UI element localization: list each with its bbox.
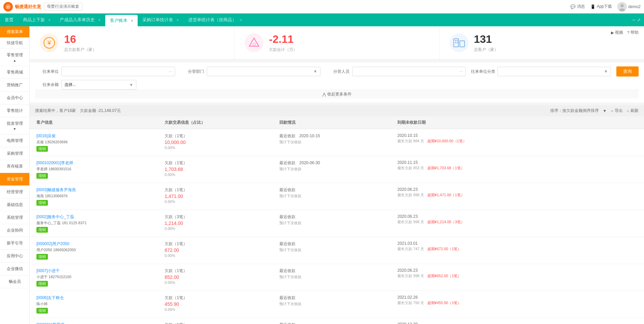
recovery-label-5: 最近收款 [279,268,395,274]
sidebar-item-purchase[interactable]: 采购管理 [0,147,29,160]
sidebar-item-retail-mgmt[interactable]: 零售管理 ▲ [0,49,29,66]
overdue-link-3[interactable]: 超期¥1,214.00（3笔） [427,220,465,224]
debt-amount-1: 1,703.68 [165,167,277,172]
sidebar-item-operations[interactable]: 经营管理 [0,186,29,199]
recovery-next-6: 预计下次收款 [279,301,395,306]
maximize-icon[interactable]: ⤢ [637,18,641,22]
video-action[interactable]: ▶ 视频 [611,30,623,35]
sidebar: 搜索菜单 快捷导航 零售管理 ▲ 零售商城 营销推广 会员中心 零售统计 批发管… [0,26,30,324]
sidebar-item-ecommerce[interactable]: 电商管理 [0,135,29,147]
company-selector[interactable]: 母婴行业演示账套 [44,3,82,10]
debt-label-6: 欠款（1笔） [165,295,277,301]
user-menu[interactable]: demo2 [617,2,641,11]
tab-production[interactable]: 产成品入库单历史 × [55,13,105,26]
refresh-button[interactable]: ○ 刷新 [627,108,639,114]
overdue-date-4: 2021.03.01 [397,241,637,246]
sidebar-item-marketing[interactable]: 营销推广 [0,79,29,92]
debt-label-3: 欠款（3笔） [165,214,277,220]
close-tab-customer[interactable]: × [131,19,133,23]
debt-amount-2: 1,471.00 [165,194,277,199]
export-button[interactable]: ○ 导出 [611,108,623,114]
logo-text: 畅捷通好生意 [15,4,41,10]
filter-select-balance[interactable]: 选择... ▼ [61,80,136,90]
debt-customer-count: 16 [64,33,224,46]
sidebar-item-inventory[interactable]: 库存核算 [0,160,29,173]
results-actions: 排序：按欠款金额倒序排序 ▼ ○ 导出 ○ 刷新 [550,108,639,114]
sidebar-item-wechat[interactable]: 企业微信 [0,263,29,275]
tab-home[interactable]: 首页 [0,13,18,26]
customer-name-4[interactable]: [000002]用户2050 [36,241,69,246]
overdue-link-5[interactable]: 超期¥652.00（1笔） [427,274,461,278]
sidebar-item-retail-stats[interactable]: 零售统计 [0,105,29,117]
debt-cell-2: 欠款（1笔） 1,471.00 0.00% [163,187,278,206]
overdue-link-4[interactable]: 超期¥672.00（1笔） [427,247,461,251]
sidebar-item-vip[interactable]: 畅会员 [0,275,29,288]
overdue-info-4: 最长欠款 747 天 超期¥672.00（1笔） [397,246,637,252]
overdue-info-3: 最长欠款 998 天 超期¥1,214.00（3笔） [397,219,637,225]
sidebar-item-collab[interactable]: 企业协同 [0,224,29,237]
ellipsis-icon: ··· [169,69,172,74]
overdue-link-1[interactable]: 超期¥1,703.68（1笔） [427,166,465,170]
filter-input-supplier[interactable]: ··· [61,67,175,76]
debt-label-4: 欠款（1笔） [165,241,277,247]
customer-name-2[interactable]: [0003]畅捷服务尹海燕 [36,187,76,192]
customer-name-7[interactable]: [000001]黄思源 [36,322,64,324]
customer-name-0[interactable]: [0016]吴俊 [36,134,56,138]
filter-select-dept[interactable]: ▼ [207,67,320,76]
sidebar-item-finance[interactable]: 资金管理 [0,173,29,186]
tab-products[interactable]: 商品上下架 × [18,13,55,26]
sidebar-item-basics[interactable]: 基础信息 [0,199,29,211]
overdue-link-6[interactable]: 超期¥455.90（1笔） [427,301,461,305]
filter-input-person[interactable]: ··· [352,67,466,76]
filter-row-1: 往来单位 ··· 分管部门 ▼ 分管人员 [35,66,639,77]
close-tab-products[interactable]: × [48,18,50,22]
customer-name-6[interactable]: [0006]去下粮仓 [36,295,64,300]
sidebar-item-wholesale-mgmt[interactable]: 批发管理 ▼ [0,117,29,135]
overdue-cell-3: 2020.06.23 最长欠款 998 天 超期¥1,214.00（3笔） [396,214,639,233]
sidebar-item-member[interactable]: 会员中心 [0,92,29,105]
overdue-cell-7: 2020.12.30 最长欠款 808 天 超期¥429.00（1笔） [396,322,639,324]
customer-cell-1: [0001020001]李老师 李老师 18600391516 现销 [35,160,163,179]
svg-rect-12 [457,40,458,41]
app-download-button[interactable]: 📱 App下载 [590,4,612,9]
help-action[interactable]: ? 帮助 [627,30,639,35]
sidebar-item-guide[interactable]: 新手引导 [0,237,29,250]
close-tab-inbound[interactable]: × [240,18,242,22]
customer-name-3[interactable]: [0002]服务中心_丁磊 [36,214,74,219]
sidebar-item-apps[interactable]: 应用中心 [0,250,29,263]
message-button[interactable]: 💬 消息 [570,4,585,9]
recovery-next-5: 预计下次收款 [279,274,395,279]
close-tab-production[interactable]: × [98,18,100,22]
recovery-label-4: 最近收款 [279,241,395,247]
customer-name-5[interactable]: [0007]小进干 [36,268,60,273]
table-row: [000001]黄思源 黄思源 13552700226 现销 欠款（1笔） 42… [30,318,644,324]
filter-row-2: 往来余额 选择... ▼ [35,80,639,90]
debt-percent-1: 0.00% [165,173,277,177]
debt-amount-6: 455.90 [165,301,277,307]
sidebar-search[interactable]: 搜索菜单 [0,26,29,37]
col-header-recovery: 回款情况 [278,120,396,125]
debt-percent-4: 0.00% [165,254,277,258]
overdue-link-2[interactable]: 超期¥1,471.00（1笔） [427,193,465,197]
tab-inbound[interactable]: 进货单统计表（按商品） × [184,13,247,26]
minimize-icon[interactable]: ─ [632,18,635,22]
overdue-link-0[interactable]: 超期¥10,000.00（1笔） [427,139,467,143]
debt-cell-0: 欠款（1笔） 10,000.00 0.00% [163,133,278,152]
video-icon: ▶ [611,30,614,35]
tab-customer-account[interactable]: 客户账本 × [105,15,138,26]
svg-text:◇: ◇ [252,41,256,47]
filter-select-category[interactable]: ▼ [497,67,611,76]
sidebar-quick-nav[interactable]: 快捷导航 [0,37,29,49]
content-panel: ¥ 16 总欠款客户（家） ◇ -2.11 欠款合计（万） [30,26,644,324]
tab-purchase[interactable]: 采购订单统计表 × [138,13,183,26]
stat-info-debt-total: -2.11 欠款合计（万） [269,33,429,53]
sidebar-item-retail-mall[interactable]: 零售商城 [0,66,29,79]
collapse-button[interactable]: ⋀ 收起更多条件 [35,90,639,98]
close-tab-purchase[interactable]: × [176,18,178,22]
sidebar-item-system[interactable]: 系统管理 [0,211,29,224]
filter-supplier: 往来单位 ··· [35,67,175,76]
query-button[interactable]: 查询 [616,66,639,77]
customer-name-1[interactable]: [0001020001]李老师 [36,160,73,165]
refresh-icon: ○ [627,109,629,113]
status-badge-1: 现销 [36,173,48,179]
